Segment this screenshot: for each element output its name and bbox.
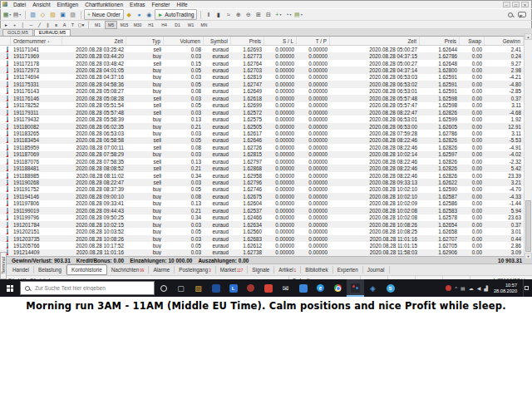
- table-row[interactable]: 1911990192020.08.28 09:44:43buy0.21eurau…: [0, 207, 532, 214]
- new-chart-icon[interactable]: ▦▾: [2, 10, 12, 19]
- table-row[interactable]: 1911794322020.08.28 05:58:39buy0.13eurau…: [0, 116, 532, 122]
- start-button[interactable]: [0, 279, 20, 297]
- security-app-icon[interactable]: [207, 279, 224, 297]
- menu-item-datei[interactable]: Datei: [10, 2, 29, 7]
- timeframe-button-h1[interactable]: H1: [145, 21, 157, 29]
- crosshair-icon[interactable]: +: [11, 22, 18, 28]
- timeframe-button-w1[interactable]: W1: [185, 21, 197, 29]
- metatrader-icon[interactable]: [347, 279, 364, 297]
- tab-posteingang[interactable]: Posteingang3: [175, 266, 216, 273]
- tab-experten[interactable]: Experten: [333, 266, 363, 273]
- table-row[interactable]: 1911753312020.08.28 04:58:36buy0.05eurau…: [0, 81, 532, 87]
- chat-bubble-icon[interactable]: [518, 12, 526, 17]
- mail-app-icon[interactable]: ✉: [277, 279, 294, 297]
- candle-chart-icon[interactable]: ▮: [214, 10, 223, 19]
- community-icon[interactable]: ◉: [145, 10, 154, 19]
- header-cell-symbol-4[interactable]: Symbol: [204, 37, 231, 45]
- chart-tab-gold-m5[interactable]: GOLD,M5: [2, 29, 33, 36]
- table-row[interactable]: 1911834542020.08.28 06:58:58sell0.05eura…: [0, 137, 532, 144]
- strategy-tester-icon[interactable]: ▨: [68, 10, 77, 19]
- file-explorer-icon[interactable]: ▨: [190, 279, 207, 297]
- profiles-icon[interactable]: ▤▾: [12, 10, 22, 19]
- timeframe-button-m15[interactable]: M15: [118, 21, 131, 29]
- action-center-button[interactable]: [523, 279, 530, 297]
- table-row[interactable]: 1911941462020.08.28 09:00:10buy0.08eurau…: [0, 193, 532, 200]
- task-view-icon[interactable]: ▢: [172, 279, 190, 297]
- table-row[interactable]: 1911902682020.08.28 08:22:47sell0.03eura…: [0, 179, 532, 185]
- tab-bibliothek[interactable]: Bibliothek: [301, 266, 332, 273]
- table-row[interactable]: 1911889852020.08.28 08:11:02sell0.34eura…: [0, 172, 532, 179]
- timeframe-button-d1[interactable]: D1: [171, 21, 184, 29]
- edge-icon[interactable]: e: [312, 279, 329, 297]
- tab-market[interactable]: Market117: [216, 266, 248, 273]
- red-sphere-app-icon[interactable]: [242, 279, 259, 297]
- tab-handel[interactable]: Handel: [8, 266, 34, 273]
- mt5-app-icon[interactable]: ◈: [364, 279, 382, 297]
- menu-item-hilfe[interactable]: Hilfe: [174, 2, 191, 7]
- header-cell-t-p-7[interactable]: T / P: [297, 37, 330, 45]
- templates-icon[interactable]: ▤▾: [293, 10, 303, 19]
- table-row[interactable]: 1911870692020.08.28 07:58:29buy0.03eurau…: [0, 151, 532, 158]
- maximize-button[interactable]: □: [512, 2, 520, 7]
- chat-icon[interactable]: ●: [135, 10, 144, 19]
- header-cell-typ-2[interactable]: Typ: [126, 37, 164, 45]
- table-row[interactable]: 1911870762020.08.28 07:58:35sell0.13eura…: [0, 158, 532, 165]
- table-row[interactable]: 1911800822020.08.28 06:02:35buy0.21eurau…: [0, 123, 532, 130]
- menu-item-einf-gen[interactable]: Einfügen: [54, 2, 82, 7]
- tab-signale[interactable]: Signale: [248, 266, 274, 273]
- trendline-icon[interactable]: ╱: [36, 22, 43, 28]
- header-cell-preis-5[interactable]: Preis: [231, 37, 264, 45]
- tray-record-icon[interactable]: [446, 285, 451, 291]
- cascade-windows-icon[interactable]: ⊟: [264, 10, 273, 19]
- table-row[interactable]: 1912021512020.08.28 10:03:52buy0.05eurau…: [0, 228, 532, 234]
- terminal-panel-icon[interactable]: ▣: [58, 10, 67, 19]
- hidden-icons-chevron[interactable]: ^: [455, 286, 457, 291]
- menu-item-fenster[interactable]: Fenster: [149, 2, 174, 7]
- taskbar-search[interactable]: [20, 281, 155, 295]
- tab-kontohistorie[interactable]: Kontohistorie: [66, 264, 107, 275]
- table-row[interactable]: 1911729732020.08.28 04:01:05buy0.05eurau…: [0, 66, 532, 73]
- close-button[interactable]: ×: [521, 2, 529, 7]
- timeframe-button-m1[interactable]: M1: [91, 21, 104, 29]
- table-row[interactable]: 1911793112020.08.28 05:57:48sell0.03eura…: [0, 109, 532, 116]
- header-cell-ordernummer-0[interactable]: Ordernummer▴: [11, 37, 62, 45]
- new-order-button[interactable]: +Neue Order: [84, 9, 124, 20]
- red-tile-app-icon[interactable]: [259, 279, 277, 297]
- table-row[interactable]: 1911782522020.08.28 05:51:54sell0.05eura…: [0, 102, 532, 109]
- tab-belastung[interactable]: Belastung: [34, 266, 66, 273]
- table-row[interactable]: 1911884812020.08.28 08:08:52sell0.21eura…: [0, 165, 532, 171]
- header-cell-zeit-1[interactable]: Zeit: [62, 37, 126, 45]
- terminal-panel-tab[interactable]: Terminal: [0, 252, 7, 279]
- table-row[interactable]: 1911721782020.08.28 03:48:42sell0.15eura…: [0, 60, 532, 66]
- table-row[interactable]: 1911710412020.08.28 03:25:42sell0.08eura…: [0, 46, 532, 52]
- table-row[interactable]: 1912057662020.08.28 10:17:52buy0.05eurau…: [0, 242, 532, 249]
- table-scrollbar[interactable]: ▲ ▼: [524, 33, 532, 259]
- fibonacci-icon[interactable]: ≡: [52, 22, 60, 28]
- table-row[interactable]: 1912144092020.08.28 11:01:16buy0.03eurau…: [0, 249, 532, 256]
- periods-icon[interactable]: ◔▾: [283, 10, 293, 19]
- tray-volume-icon[interactable]: ◀: [477, 285, 481, 291]
- cursor-icon[interactable]: ▸: [2, 22, 10, 28]
- table-row[interactable]: 1911917522020.08.28 08:37:39buy0.05eurau…: [0, 186, 532, 193]
- menu-item-ansicht[interactable]: Ansicht: [29, 2, 53, 7]
- tab-artikel[interactable]: Artikel1: [274, 266, 301, 273]
- table-row[interactable]: 1911859592020.08.28 07:00:11sell0.08eura…: [0, 144, 532, 150]
- timeframe-button-h4[interactable]: H4: [158, 21, 170, 29]
- zoom-out-icon[interactable]: ⊖: [244, 10, 253, 19]
- timeframe-button-m30[interactable]: M30: [131, 21, 144, 29]
- header-cell-preis-9[interactable]: Preis: [420, 37, 460, 45]
- text-icon[interactable]: A: [61, 22, 68, 28]
- tab-nachrichten[interactable]: Nachrichten99: [107, 266, 150, 273]
- timeframe-button-m5[interactable]: M5: [105, 21, 117, 29]
- table-row[interactable]: 1911761432020.08.28 05:08:27buy0.08eurau…: [0, 88, 532, 95]
- channel-icon[interactable]: ∥: [44, 22, 52, 28]
- tile-windows-icon[interactable]: ⊞: [254, 10, 263, 19]
- zoom-in-icon[interactable]: ⊕: [234, 10, 243, 19]
- search-input[interactable]: [33, 284, 150, 292]
- table-row[interactable]: 1911832652020.08.28 06:53:03buy0.03eurau…: [0, 130, 532, 136]
- chrome-icon[interactable]: [329, 279, 347, 297]
- header-cell-volumen-3[interactable]: Volumen: [164, 37, 204, 45]
- minimize-button[interactable]: –: [503, 2, 510, 7]
- cortana-icon[interactable]: [155, 279, 172, 297]
- skype-icon[interactable]: S: [382, 279, 399, 297]
